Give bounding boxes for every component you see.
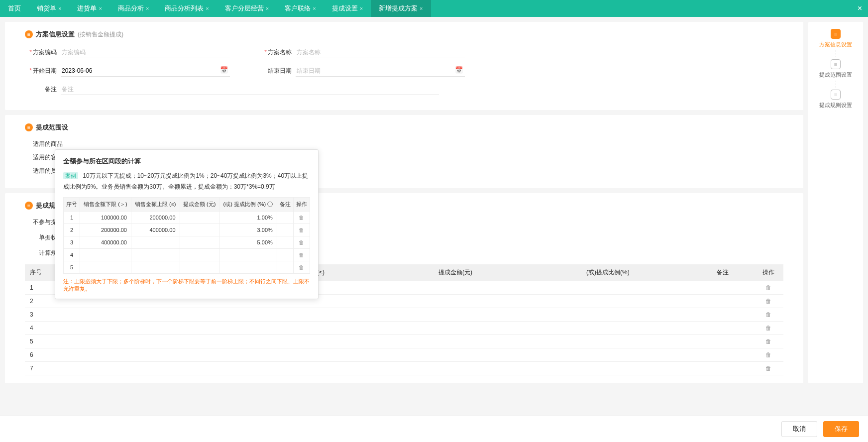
side-nav-item[interactable]: ≡提成规则设置 <box>819 90 852 109</box>
panel-plan-info: ≡ 方案信息设置 (按销售金额提成) *方案编码 *方案名称 *开始日期 <box>5 22 803 110</box>
tab-close-icon[interactable]: × <box>313 0 316 17</box>
tab-商品分析列表[interactable]: 商品分析列表× <box>157 0 217 17</box>
tab-进货单[interactable]: 进货单× <box>69 0 109 17</box>
side-nav-item[interactable]: ≡方案信息设置 <box>819 29 852 48</box>
section2-title: 提成范围设 <box>36 123 68 132</box>
side-nav-item[interactable]: ≡提成范围设置 <box>819 59 852 79</box>
delete-icon[interactable]: 🗑 <box>299 215 304 221</box>
grid-row[interactable]: 4🗑 <box>25 322 783 335</box>
tooltip-row: 1100000.00200000.001.00%🗑 <box>64 212 310 224</box>
tab-close-icon[interactable]: × <box>266 0 269 17</box>
section1-subtitle: (按销售金额提成) <box>78 30 123 39</box>
tab-close-icon[interactable]: × <box>99 0 102 17</box>
tab-提成设置[interactable]: 提成设置× <box>324 0 371 17</box>
col-remark: 备注 <box>692 264 754 281</box>
delete-icon[interactable]: 🗑 <box>765 298 771 305</box>
calendar-icon[interactable]: 📅 <box>455 66 463 74</box>
tab-bar: 首页销货单×进货单×商品分析×商品分析列表×客户分层经营×客户联络×提成设置×新… <box>0 0 868 17</box>
side-anchor-nav: ≡方案信息设置≡提成范围设置≡提成规则设置 <box>808 22 863 383</box>
anchor-icon: ≡ <box>831 29 841 39</box>
case-tag: 案例 <box>63 172 78 179</box>
anchor-icon: ≡ <box>831 90 841 100</box>
tab-客户分层经营[interactable]: 客户分层经营× <box>217 0 277 17</box>
delete-icon[interactable]: 🗑 <box>299 227 304 233</box>
input-plan-name[interactable] <box>296 47 465 58</box>
input-start-date[interactable] <box>61 65 230 77</box>
tab-首页[interactable]: 首页 <box>0 0 29 17</box>
input-plan-code[interactable] <box>61 47 230 58</box>
grid-row[interactable]: 3🗑 <box>25 308 783 322</box>
label-plan-code: *方案编码 <box>25 48 57 57</box>
label-end-date: 结束日期 <box>260 67 292 75</box>
delete-icon[interactable]: 🗑 <box>299 239 304 245</box>
tooltip-row: 4🗑 <box>64 249 310 261</box>
tab-close-icon[interactable]: × <box>58 0 61 17</box>
delete-icon[interactable]: 🗑 <box>765 351 771 358</box>
section-icon: ≡ <box>25 202 33 210</box>
delete-icon[interactable]: 🗑 <box>765 311 771 318</box>
input-remark[interactable] <box>61 84 439 95</box>
section-icon: ≡ <box>25 123 33 131</box>
label-start-date: *开始日期 <box>25 67 57 75</box>
col-op: 操作 <box>754 264 783 281</box>
tab-close-icon[interactable]: × <box>420 0 423 17</box>
tab-销货单[interactable]: 销货单× <box>29 0 69 17</box>
tooltip-warning: 注：上限必须大于下限；多个阶梯时，下一个阶梯下限要等于前一阶梯上限；不同行之间下… <box>63 278 310 293</box>
calendar-icon[interactable]: 📅 <box>220 66 228 74</box>
delete-icon[interactable]: 🗑 <box>765 365 771 372</box>
tooltip-row: 3400000.005.00%🗑 <box>64 236 310 249</box>
tab-新增提成方案[interactable]: 新增提成方案× <box>371 0 431 17</box>
grid-row[interactable]: 6🗑 <box>25 348 783 362</box>
delete-icon[interactable]: 🗑 <box>299 252 304 258</box>
tooltip-row: 5🗑 <box>64 261 310 274</box>
case-text: 10万元以下无提成；10~20万元提成比例为1%；20~40万提成比例为3%；4… <box>63 172 308 190</box>
label-plan-name: *方案名称 <box>260 48 292 57</box>
section-icon: ≡ <box>25 30 33 38</box>
tooltip-title: 全额参与所在区间段的计算 <box>63 157 310 166</box>
close-all-tabs[interactable]: × <box>858 4 862 13</box>
tab-close-icon[interactable]: × <box>206 0 209 17</box>
delete-icon[interactable]: 🗑 <box>299 264 304 270</box>
grid-row[interactable]: 5🗑 <box>25 335 783 348</box>
grid-row[interactable]: 7🗑 <box>25 362 783 375</box>
label-remark: 备注 <box>25 85 57 94</box>
tab-close-icon[interactable]: × <box>146 0 149 17</box>
delete-icon[interactable]: 🗑 <box>765 284 771 291</box>
col-amount: 提成金额(元) <box>387 264 524 281</box>
tooltip-row: 2200000.00400000.003.00%🗑 <box>64 224 310 236</box>
tab-客户联络[interactable]: 客户联络× <box>277 0 324 17</box>
delete-icon[interactable]: 🗑 <box>765 325 771 332</box>
tab-商品分析[interactable]: 商品分析× <box>110 0 157 17</box>
label-goods: 适用的商品 <box>25 140 63 148</box>
tooltip-popup: 全额参与所在区间段的计算 案例 10万元以下无提成；10~20万元提成比例为1%… <box>55 149 319 299</box>
section1-title: 方案信息设置 <box>36 30 75 39</box>
input-end-date[interactable] <box>296 65 465 77</box>
delete-icon[interactable]: 🗑 <box>765 338 771 345</box>
col-ratio: (或)提成比例(%) <box>524 264 692 281</box>
tooltip-table: 序号 销售金额下限 (＞) 销售金额上限 (≤) 提成金额 (元) (或) 提成… <box>63 197 310 274</box>
col-sn: 序号 <box>25 264 50 281</box>
tab-close-icon[interactable]: × <box>360 0 363 17</box>
anchor-icon: ≡ <box>831 59 841 69</box>
